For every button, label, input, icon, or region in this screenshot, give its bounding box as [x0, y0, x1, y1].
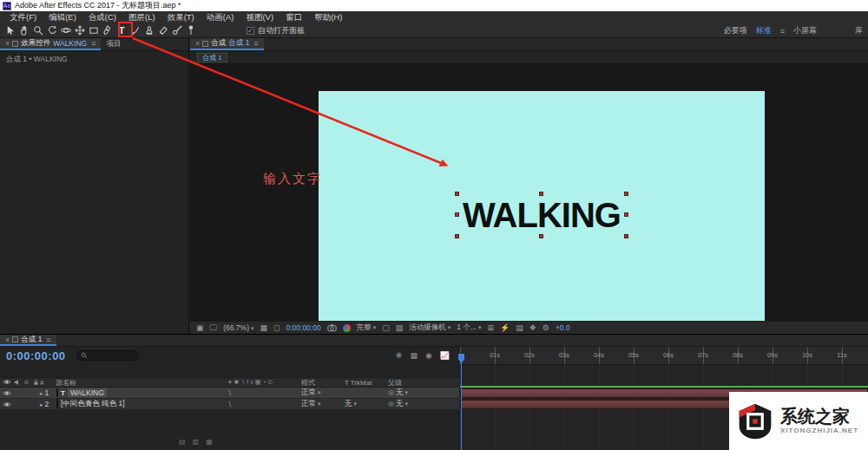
audio-speaker-icon[interactable] — [12, 379, 21, 386]
workspace-menu-icon[interactable]: ≡ — [780, 27, 785, 36]
pan-behind-tool[interactable] — [73, 24, 87, 37]
menu-window[interactable]: 窗口 — [279, 12, 308, 23]
solo-icon[interactable] — [22, 379, 30, 386]
composition-canvas[interactable]: WALKING — [319, 91, 765, 339]
tab-composition[interactable]: × 合成 合成 1 ≡ — [190, 38, 264, 50]
rotation-tool[interactable] — [45, 24, 59, 37]
tab-effect-controls[interactable]: × 效果控件 WALKING ≡ — [0, 38, 101, 50]
exposure-reset-icon[interactable]: ⚙ — [542, 324, 549, 332]
quality-switch-icon[interactable]: ∖ — [227, 389, 233, 397]
workspace-library[interactable]: 库 — [855, 25, 863, 36]
mask-visibility-icon[interactable]: ◻ — [273, 324, 279, 332]
menu-layer[interactable]: 图层(L) — [122, 12, 161, 23]
puppet-pin-tool[interactable] — [184, 24, 198, 37]
selection-handle[interactable] — [455, 212, 459, 217]
fast-previews-icon[interactable]: ⚡ — [500, 324, 510, 332]
column-trkmat[interactable]: T TrkMat — [345, 379, 388, 387]
selection-handle[interactable] — [624, 234, 628, 238]
selection-handle[interactable] — [539, 192, 543, 196]
menu-edit[interactable]: 编辑(E) — [43, 12, 82, 23]
pickwhip-icon[interactable]: ◎ — [388, 388, 394, 396]
blend-mode-dropdown[interactable]: 正常 — [301, 399, 321, 408]
column-mode[interactable]: 模式 — [301, 378, 345, 388]
panel-menu-icon[interactable]: ≡ — [46, 336, 50, 344]
expander-icon[interactable]: ▸ — [40, 390, 43, 396]
layer-name-cell[interactable]: TWALKING — [54, 388, 227, 397]
type-tool[interactable]: T — [115, 24, 128, 37]
panel-menu-icon[interactable]: ≡ — [91, 39, 95, 48]
selection-handle[interactable] — [624, 212, 628, 217]
shy-layers-icon[interactable]: ❋ — [396, 351, 403, 360]
flowchart-icon[interactable]: ❖ — [529, 324, 536, 332]
panel-menu-icon[interactable]: ≡ — [253, 39, 258, 48]
text-layer-content[interactable]: WALKING — [463, 196, 621, 234]
grid-guides-icon[interactable]: ▦ — [260, 324, 267, 332]
column-number[interactable]: # — [40, 379, 54, 387]
menu-effect[interactable]: 效果(T) — [161, 12, 201, 23]
clone-stamp-tool[interactable] — [142, 24, 156, 37]
frame-blend-icon[interactable]: ▦ — [410, 351, 418, 360]
blend-mode-dropdown[interactable]: 正常 — [301, 388, 321, 396]
always-preview-icon[interactable]: ▣ — [196, 324, 204, 332]
tab-project[interactable]: 项目 — [101, 38, 126, 50]
layer-switches[interactable]: ∖ — [227, 401, 301, 408]
trkmat-dropdown[interactable]: 无 — [345, 399, 357, 408]
selection-handle[interactable] — [455, 192, 459, 196]
layer-row-2[interactable]: ▸2 [中间色青色 纯色 1] ∖ 正常 无 ◎无 — [0, 399, 459, 410]
active-camera-dropdown[interactable]: 活动摄像机 — [409, 323, 450, 333]
zoom-tool[interactable] — [31, 24, 45, 37]
timeline-jump-icon[interactable]: ▤ — [516, 324, 523, 332]
pixel-aspect-icon[interactable]: ⊞ — [487, 324, 494, 332]
layer-switches[interactable]: ∖ — [227, 389, 301, 397]
resolution-dropdown[interactable]: 完整 — [357, 323, 377, 333]
selection-handle[interactable] — [455, 234, 459, 238]
timeline-search-box[interactable] — [76, 350, 139, 361]
expander-icon[interactable]: ▸ — [40, 401, 43, 408]
snapshot-camera-icon[interactable] — [327, 323, 337, 332]
menu-animation[interactable]: 动画(A) — [201, 12, 240, 23]
text-layer[interactable]: WALKING — [463, 198, 621, 232]
view-layout-dropdown[interactable]: 1 个... — [457, 323, 481, 333]
timeline-search-input[interactable] — [90, 352, 134, 360]
eraser-tool[interactable] — [156, 24, 170, 37]
monitor-icon[interactable]: 🖵 — [210, 324, 218, 332]
workspace-small-screen[interactable]: 小屏幕 — [793, 25, 817, 36]
graph-editor-icon[interactable]: 📈 — [440, 351, 450, 360]
column-parent[interactable]: 父级 — [388, 378, 457, 388]
menu-file[interactable]: 文件(F) — [3, 12, 43, 23]
menu-composition[interactable]: 合成(C) — [82, 12, 122, 23]
eye-icon[interactable] — [3, 401, 11, 408]
menu-view[interactable]: 视图(V) — [240, 12, 279, 23]
workspace-standard[interactable]: 标准 — [756, 25, 772, 36]
selection-tool[interactable] — [3, 24, 17, 37]
parent-dropdown[interactable]: 无 — [396, 399, 408, 408]
brush-tool[interactable] — [128, 24, 142, 37]
column-source-name[interactable]: 源名称 — [54, 378, 227, 388]
exposure-value[interactable]: +0.0 — [556, 323, 570, 332]
parent-dropdown[interactable]: 无 — [396, 388, 408, 396]
viewer-timecode[interactable]: 0:00:00:00 — [286, 323, 320, 332]
workspace-essentials[interactable]: 必要项 — [724, 25, 747, 36]
shape-tool[interactable] — [87, 24, 101, 37]
magnification-dropdown[interactable]: (66.7%) — [223, 323, 253, 332]
composition-viewer[interactable]: WALKING — [190, 63, 868, 321]
layer-name-cell[interactable]: [中间色青色 纯色 1] — [54, 399, 227, 409]
menu-help[interactable]: 帮助(H) — [308, 12, 348, 23]
motion-blur-icon[interactable]: ◉ — [425, 351, 432, 360]
pickwhip-icon[interactable]: ◎ — [388, 400, 394, 408]
roto-brush-tool[interactable] — [170, 24, 184, 37]
expand-transfer-controls-icon[interactable]: ▥ — [193, 438, 200, 446]
selection-handle[interactable] — [624, 192, 628, 196]
expand-layer-switches-icon[interactable]: ▤ — [179, 438, 186, 446]
time-ruler[interactable]: 01s 02s 03s 04s 05s 06s 07s 08s 09s 10s … — [460, 347, 868, 365]
video-eye-icon[interactable] — [3, 379, 11, 386]
close-icon[interactable]: × — [195, 39, 200, 48]
tab-timeline-comp[interactable]: × 合成 1 ≡ — [0, 335, 56, 346]
current-timecode[interactable]: 0:00:00:00 — [6, 349, 66, 362]
comp-nav-chip[interactable]: 合成 1 — [197, 53, 227, 62]
layer-name[interactable]: [中间色青色 纯色 1] — [61, 399, 125, 408]
camera-tool[interactable] — [59, 24, 73, 37]
current-time-indicator[interactable] — [461, 354, 462, 450]
expand-inout-icon[interactable]: ▦ — [206, 438, 213, 446]
selection-handle[interactable] — [539, 234, 543, 238]
